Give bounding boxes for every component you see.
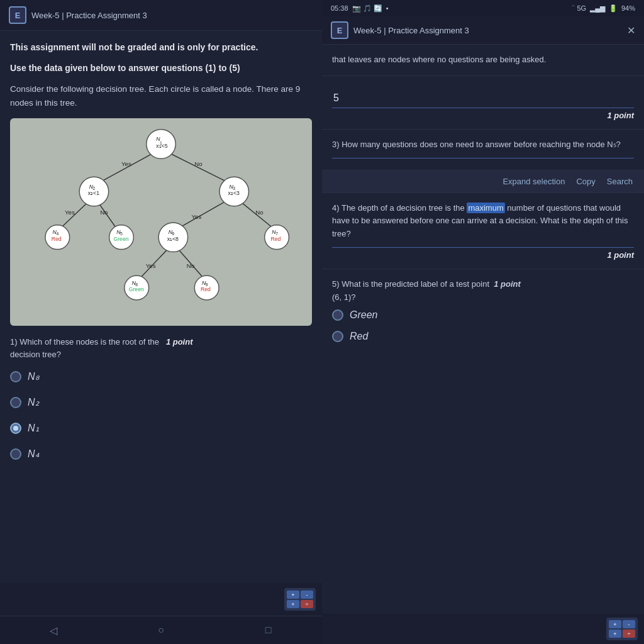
q3-answer-line (332, 158, 634, 158)
right-content: that leaves are nodes where no questions… (322, 45, 644, 614)
status-signal: ᪴ 5G (575, 4, 586, 12)
assignment-notice: This assignment will not be graded and i… (10, 41, 312, 54)
consider-text: Consider the following decision tree. Ea… (10, 82, 312, 109)
status-right: ᪴ 5G ▂▄▆ 🔋 94% (575, 4, 635, 13)
left-header-title: Week-5 | Practice Assignment 3 (31, 11, 147, 20)
calc-cell-2: - (301, 591, 313, 599)
svg-text:Yes: Yes (121, 160, 131, 167)
radio-n4[interactable] (10, 448, 21, 460)
calc-cell-3: + (287, 600, 299, 608)
status-network-bars: ▂▄▆ (590, 4, 605, 13)
svg-text:x₂<3: x₂<3 (228, 191, 240, 197)
nav-back-icon[interactable]: ◁ (45, 621, 62, 639)
option-red-label: Red (350, 331, 368, 342)
option-n4[interactable]: N₄ (10, 445, 312, 462)
q2-point: 1 point (332, 111, 634, 120)
right-header-title: Week-5 | Practice Assignment 3 (353, 26, 469, 35)
option-n2-label: N₂ (28, 396, 39, 408)
r-calc-cell-3: + (609, 630, 621, 638)
tree-diagram: Yes No Yes No Yes No Yes No N 1 x₁<5 N 2… (10, 118, 312, 326)
option-n4-label: N₄ (28, 448, 39, 460)
svg-text:x₁<5: x₁<5 (156, 143, 167, 149)
status-icons: 📷 🎵 🔄 (352, 4, 382, 13)
q4-answer-line (332, 247, 634, 248)
copy-btn[interactable]: Copy (574, 175, 597, 187)
status-battery-pct: 94% (621, 4, 635, 12)
q4-text: 4) The depth of a decision tree is the m… (332, 202, 634, 241)
svg-text:Green: Green (113, 236, 128, 242)
intro-text: that leaves are nodes where no questions… (332, 53, 634, 67)
calc-cell-1: + (287, 591, 299, 599)
r-calc-cell-4: ÷ (623, 630, 635, 638)
q4-highlighted-word: maximum (467, 203, 504, 213)
svg-text:No: No (187, 262, 194, 269)
svg-text:Yes: Yes (146, 262, 156, 269)
svg-text:x₁<8: x₁<8 (167, 236, 179, 242)
option-n2[interactable]: N₂ (10, 394, 312, 411)
right-bottom-bar: + - + ÷ (322, 614, 644, 644)
app-icon-left: E (9, 6, 26, 24)
svg-text:Yes: Yes (65, 209, 75, 216)
svg-text:Yes: Yes (191, 213, 201, 220)
app-icon-right: E (331, 21, 348, 39)
svg-text:No: No (255, 209, 263, 216)
q4-point: 1 point (332, 250, 634, 260)
option-n8-label: N₈ (28, 370, 39, 382)
svg-text:Green: Green (129, 287, 144, 293)
q3-block: 3) How many questions does one need to a… (322, 130, 644, 170)
right-panel: 05:38 📷 🎵 🔄 • ᪴ 5G ▂▄▆ 🔋 94% E Week-5 | … (322, 0, 644, 644)
svg-text:Red: Red (52, 236, 62, 242)
q2-answer-input[interactable] (332, 89, 634, 108)
svg-text:Red: Red (201, 287, 211, 293)
close-button[interactable]: ✕ (627, 25, 635, 36)
option-green-label: Green (350, 309, 377, 321)
calculator-icon[interactable]: + - + ÷ (284, 588, 316, 611)
right-calculator-icon[interactable]: + - + ÷ (606, 618, 638, 640)
nav-home-icon[interactable]: ○ (152, 621, 170, 639)
option-n1[interactable]: N₁ (10, 419, 312, 436)
context-menu: Expand selection Copy Search (322, 170, 644, 193)
nav-recent-icon[interactable]: □ (260, 621, 277, 639)
q3-text: 3) How many questions does one need to a… (332, 138, 634, 152)
radio-green[interactable] (332, 309, 343, 321)
status-dot: • (386, 4, 389, 12)
q5-text: 5) What is the predicted label of a test… (332, 278, 634, 304)
svg-text:No: No (100, 209, 108, 216)
r-calc-cell-2: - (623, 620, 635, 628)
svg-text:Red: Red (270, 236, 280, 242)
left-header: E Week-5 | Practice Assignment 3 (0, 0, 322, 31)
status-left: 05:38 📷 🎵 🔄 • (331, 4, 389, 13)
svg-text:No: No (194, 160, 202, 167)
option-n1-label: N₁ (28, 422, 39, 434)
option-red[interactable]: Red (332, 331, 634, 342)
expand-selection-btn[interactable]: Expand selection (500, 175, 567, 187)
option-green[interactable]: Green (332, 309, 634, 321)
calc-cell-4: ÷ (301, 600, 313, 608)
intro-block: that leaves are nodes where no questions… (322, 45, 644, 76)
svg-text:x₂<1: x₂<1 (88, 191, 99, 197)
left-panel: E Week-5 | Practice Assignment 3 This as… (0, 0, 322, 644)
status-bar: 05:38 📷 🎵 🔄 • ᪴ 5G ▂▄▆ 🔋 94% (322, 0, 644, 16)
radio-n8[interactable] (10, 371, 21, 382)
left-bottom-bar: + - + ÷ (0, 583, 322, 616)
radio-n1[interactable] (10, 423, 21, 434)
radio-red[interactable] (332, 331, 343, 342)
use-data-notice: Use the data given below to answer quest… (10, 62, 312, 75)
option-n8[interactable]: N₈ (10, 368, 312, 385)
radio-n2[interactable] (10, 397, 21, 408)
q4-block: 4) The depth of a decision tree is the m… (322, 193, 644, 269)
status-battery-icon: 🔋 (609, 4, 618, 13)
q5-block: 5) What is the predicted label of a test… (322, 269, 644, 361)
q2-block: 1 point (322, 76, 644, 130)
left-nav-bar: ◁ ○ □ (0, 616, 322, 644)
left-content: This assignment will not be graded and i… (0, 31, 322, 583)
right-header: E Week-5 | Practice Assignment 3 ✕ (322, 16, 644, 45)
q1-text: 1) Which of these nodes is the root of t… (10, 336, 312, 360)
search-btn[interactable]: Search (604, 175, 635, 187)
r-calc-cell-1: + (609, 620, 621, 628)
question-1-section: 1) Which of these nodes is the root of t… (10, 336, 312, 462)
status-time: 05:38 (331, 4, 348, 12)
